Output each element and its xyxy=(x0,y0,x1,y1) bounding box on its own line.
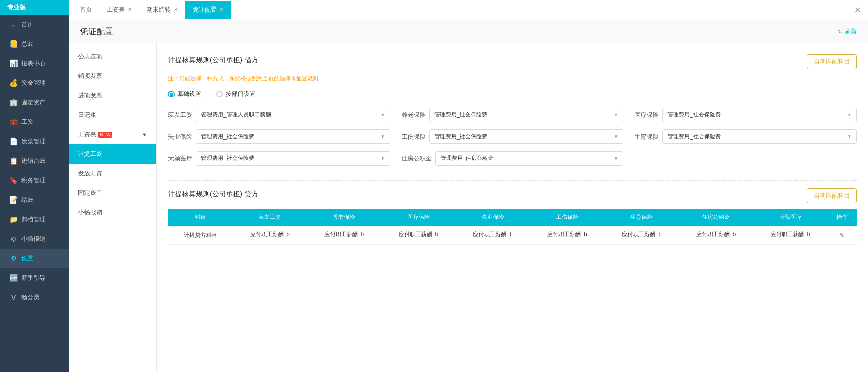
left-menu-item-purchase-invoice[interactable]: 进项发票 xyxy=(69,86,156,105)
radio-dept-setup[interactable]: 按部门设置 xyxy=(216,90,256,98)
sidebar-item-salary[interactable]: 💼 工资 xyxy=(0,112,69,132)
debit-form-label-1-0: 失业保险 xyxy=(168,133,192,141)
sidebar-item-home[interactable]: ⌂ 首页 xyxy=(0,15,69,34)
sidebar-label-general-ledger: 总账 xyxy=(21,40,33,48)
tab-salary-table[interactable]: 工资表✕ xyxy=(99,1,139,19)
debit-form-select-1-0[interactable]: 管理费用_社会保险费 ▼ xyxy=(196,129,390,144)
debit-form-select-text-0-1: 管理费用_社会保险费 xyxy=(434,111,612,119)
refresh-button[interactable]: ↻ 刷新 xyxy=(838,27,857,36)
sidebar-item-invoice-mgmt[interactable]: 📄 发票管理 xyxy=(0,132,69,151)
left-menu-item-salary-table[interactable]: 工资表NEW▼ xyxy=(69,125,156,144)
debit-form-item-2-0: 大额医疗 管理费用_社会保险费 ▼ xyxy=(168,151,390,166)
tab-home[interactable]: 首页 xyxy=(72,1,99,19)
tab-close-salary-table[interactable]: ✕ xyxy=(128,6,132,13)
tab-period-closing[interactable]: 期末结转✕ xyxy=(139,1,185,19)
left-menu-item-accrual-salary[interactable]: 计提工资 xyxy=(69,144,156,164)
debit-section: 计提核算规则(公司承担)-借方 自动匹配科目 注：只能选择一种方式，系统将按照您… xyxy=(168,54,857,166)
credit-table-body: 计提贷方科目应付职工薪酬_b应付职工薪酬_b应付职工薪酬_b应付职工薪酬_b应付… xyxy=(168,226,857,245)
debit-form-label-1-1: 工伤保险 xyxy=(402,133,426,141)
sidebar-item-settings[interactable]: ⚙ 设置 xyxy=(0,249,69,268)
sidebar-item-xiao-chang-report[interactable]: © 小畅报销 xyxy=(0,229,69,249)
sidebar-item-general-ledger[interactable]: 📒 总账 xyxy=(0,34,69,54)
debit-form-row-2: 大额医疗 管理费用_社会保险费 ▼ 住房公积金 管理费用_住房公积金 ▼ xyxy=(168,151,857,166)
edit-icon-0[interactable]: ✎ xyxy=(840,232,844,238)
debit-form-row-1: 失业保险 管理费用_社会保险费 ▼ 工伤保险 管理费用_社会保险费 ▼ 生育保险… xyxy=(168,129,857,144)
credit-table-th-7: 住房公积金 xyxy=(679,209,753,226)
credit-row-0-col-4: 应付职工薪酬_b xyxy=(530,226,604,245)
tab-label-voucher-config: 凭证配置 xyxy=(193,6,217,14)
sidebar-item-closing[interactable]: 📝 结账 xyxy=(0,190,69,210)
left-menu-item-pay-salary[interactable]: 发放工资 xyxy=(69,164,156,183)
credit-row-0-col-0: 应付职工薪酬_b xyxy=(233,226,307,245)
debit-form-select-arrow-0-2: ▼ xyxy=(847,112,852,117)
top-tabs: 首页工资表✕期末结转✕凭证配置✕ ✕ xyxy=(69,0,868,20)
debit-form-select-arrow-2-0: ▼ xyxy=(381,156,385,161)
credit-table-th-2: 养老保险 xyxy=(307,209,381,226)
sidebar-label-purchase-sales: 进销台账 xyxy=(21,157,45,165)
debit-form-select-text-2-1: 管理费用_住房公积金 xyxy=(440,154,612,162)
debit-auto-match-button[interactable]: 自动匹配科目 xyxy=(807,54,857,69)
sidebar-label-reports: 报表中心 xyxy=(21,59,45,68)
debit-section-title: 计提核算规则(公司承担)-借方 xyxy=(168,56,259,64)
sidebar-icon-settings: ⚙ xyxy=(9,254,18,263)
close-icon[interactable]: ✕ xyxy=(851,6,864,14)
sidebar-item-tax-mgmt[interactable]: 🔖 税务管理 xyxy=(0,171,69,190)
page-header: 凭证配置 ↻ 刷新 xyxy=(69,20,868,43)
debit-form-select-2-1[interactable]: 管理费用_住房公积金 ▼ xyxy=(435,151,624,166)
refresh-icon: ↻ xyxy=(838,28,843,35)
sidebar-item-vip[interactable]: V 畅会员 xyxy=(0,288,69,307)
debit-form-item-1-0: 失业保险 管理费用_社会保险费 ▼ xyxy=(168,129,390,144)
sidebar-item-funds[interactable]: 💰 资金管理 xyxy=(0,73,69,93)
left-menu-item-public-options[interactable]: 公共选项 xyxy=(69,47,156,66)
sidebar-item-new-guide[interactable]: 🆕 新手引导 xyxy=(0,268,69,288)
radio-dept-setup-circle xyxy=(216,91,223,97)
credit-auto-match-button[interactable]: 自动匹配科目 xyxy=(807,188,857,203)
credit-table-th-0: 科目 xyxy=(168,209,233,226)
left-menu-label-xiaochang-report: 小畅报销 xyxy=(78,208,102,217)
debit-form-select-0-0[interactable]: 管理费用_管理人员职工薪酬 ▼ xyxy=(196,108,390,122)
left-menu-item-journal[interactable]: 日记账 xyxy=(69,105,156,125)
debit-form-item-1-1: 工伤保险 管理费用_社会保险费 ▼ xyxy=(402,129,624,144)
debit-form-select-text-2-0: 管理费用_社会保险费 xyxy=(201,154,379,162)
sidebar-label-closing: 结账 xyxy=(21,196,33,204)
right-content: 计提核算规则(公司承担)-借方 自动匹配科目 注：只能选择一种方式，系统将按照您… xyxy=(157,43,868,372)
debit-section-header: 计提核算规则(公司承担)-借方 自动匹配科目 xyxy=(168,54,857,69)
left-menu-item-sales-invoice[interactable]: 销项发票 xyxy=(69,66,156,86)
sidebar-label-new-guide: 新手引导 xyxy=(21,274,45,282)
sidebar-item-purchase-sales[interactable]: 📋 进销台账 xyxy=(0,151,69,171)
debit-form-select-0-1[interactable]: 管理费用_社会保险费 ▼ xyxy=(429,108,624,122)
sidebar-item-archive[interactable]: 📁 归档管理 xyxy=(0,210,69,229)
debit-form-select-0-2[interactable]: 管理费用_社会保险费 ▼ xyxy=(662,108,857,122)
radio-basic-setup[interactable]: 基础设置 xyxy=(168,90,201,98)
sidebar-item-reports[interactable]: 📊 报表中心 xyxy=(0,54,69,73)
left-menu-item-xiaochang-report[interactable]: 小畅报销 xyxy=(69,203,156,222)
credit-cell-text-0-3: 应付职工薪酬_b xyxy=(473,231,512,238)
debit-form-select-1-2[interactable]: 管理费用_社会保险费 ▼ xyxy=(662,129,857,144)
debit-section-note: 注：只能选择一种方式，系统将按照您当前的选择来配置规则 xyxy=(168,75,857,83)
tab-close-voucher-config[interactable]: ✕ xyxy=(220,6,224,13)
debit-form-label-1-2: 生育保险 xyxy=(635,133,659,141)
sidebar-item-fixed-assets[interactable]: 🏢 固定资产 xyxy=(0,93,69,112)
credit-table-th-6: 生育保险 xyxy=(604,209,679,226)
debit-form-select-1-1[interactable]: 管理费用_社会保险费 ▼ xyxy=(429,129,624,144)
tab-close-period-closing[interactable]: ✕ xyxy=(174,6,178,13)
left-menu-label-pay-salary: 发放工资 xyxy=(78,169,102,178)
left-menu-label-purchase-invoice: 进项发票 xyxy=(78,91,102,100)
debit-form-select-arrow-0-0: ▼ xyxy=(381,112,385,117)
tab-voucher-config[interactable]: 凭证配置✕ xyxy=(185,1,231,19)
credit-row-0-col-2: 应付职工薪酬_b xyxy=(382,226,456,245)
new-badge-salary-table: NEW xyxy=(98,132,112,138)
credit-cell-text-0-2: 应付职工薪酬_b xyxy=(399,231,438,238)
sidebar-label-tax-mgmt: 税务管理 xyxy=(21,176,45,185)
credit-cell-text-0-0: 应付职工薪酬_b xyxy=(250,231,290,238)
left-menu-item-fixed-assets[interactable]: 固定资产 xyxy=(69,183,156,203)
sidebar-label-archive: 归档管理 xyxy=(21,215,45,224)
sidebar-icon-general-ledger: 📒 xyxy=(9,40,18,48)
sidebar-label-vip: 畅会员 xyxy=(21,293,39,301)
credit-table-header: 科目应发工资养老保险医疗保险失业保险工伤保险生育保险住房公积金大额医疗操作 xyxy=(168,209,857,226)
credit-row-0-col-1: 应付职工薪酬_b xyxy=(307,226,381,245)
page-title: 凭证配置 xyxy=(80,26,113,37)
debit-form-select-2-0[interactable]: 管理费用_社会保险费 ▼ xyxy=(196,151,390,166)
credit-cell-text-0-5: 应付职工薪酬_b xyxy=(622,231,661,238)
credit-row-action-0[interactable]: ✎ xyxy=(828,226,857,245)
